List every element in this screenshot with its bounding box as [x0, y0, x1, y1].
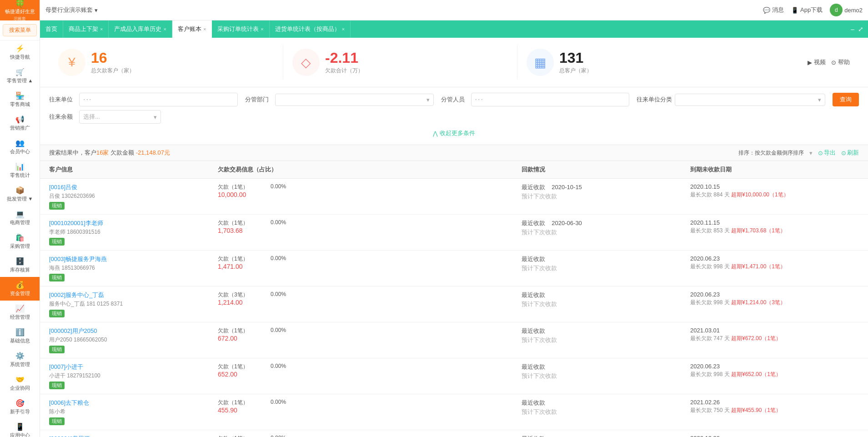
sidebar-item-qiyexietong[interactable]: 🤝 企业协同	[0, 372, 40, 395]
dept-filter-input[interactable]: ▾	[275, 94, 434, 106]
content-area: ¥ 16 总欠款客户（家） ◇ -2.11 欠款合计（万） ▦	[40, 38, 868, 437]
inventory-label: 库存核算	[10, 266, 30, 273]
message-icon: 💬	[763, 7, 770, 14]
recovery-cell: 最近收款 预计下次收款	[522, 255, 690, 272]
system-label: 系统管理	[10, 361, 30, 368]
customer-name-link[interactable]: [0001020001]李老师	[49, 220, 103, 226]
tab-product-onoff-close[interactable]: ×	[100, 26, 103, 32]
customer-name-link[interactable]: [0016]吕俊	[49, 184, 77, 191]
tab-home[interactable]: 首页	[40, 20, 63, 38]
overdue-days: 最长欠款 884 天 超期¥10,000.00（1笔）	[690, 191, 859, 199]
help-button[interactable]: ⊙ 帮助	[831, 58, 850, 66]
tab-product-onoff[interactable]: 商品上下架 ×	[63, 20, 109, 38]
tab-purchase-stats[interactable]: 采购订单统计表 ×	[212, 20, 269, 38]
sidebar-item-yingxiao[interactable]: 📢 营销推广	[0, 111, 40, 135]
retail-stat-icon: 📊	[15, 162, 25, 171]
finance-label: 资金管理	[10, 290, 30, 297]
overdue-link[interactable]: 超期¥1,703.68（1笔）	[731, 227, 786, 234]
dept-dropdown-icon: ▾	[426, 96, 430, 103]
person-filter-input[interactable]: ···	[471, 93, 630, 106]
balance-dropdown-icon: ▾	[154, 114, 157, 121]
tab-minimize-button[interactable]: –	[850, 25, 855, 34]
duedate-cell: 2020.06.23 最长欠款 998 天 超期¥652.00（1笔）	[690, 363, 859, 378]
customer-info-cell: [0002]服务中心_丁磊 服务中心_丁磊 181 0125 8371 现销	[49, 291, 218, 317]
video-help-buttons: ▶ 视频 ⊙ 帮助	[808, 58, 850, 66]
help-label: 帮助	[838, 58, 850, 66]
stat-card-overdue-customers: ¥ 16 总欠款客户（家）	[49, 45, 283, 80]
message-button[interactable]: 💬 消息	[763, 6, 784, 14]
recovery-cell: 最近收款 预计下次收款	[522, 435, 690, 437]
balance-filter-input[interactable]: 选择... ▾	[79, 110, 161, 124]
col-header-customer: 客户信息	[49, 166, 218, 174]
stat-info-total: 131 总客户（家）	[559, 50, 592, 75]
user-menu[interactable]: d demo2	[830, 4, 863, 16]
sidebar-item-caigou[interactable]: 🛍️ 采购管理	[0, 230, 40, 253]
customer-name-link[interactable]: [0006]去下粮仓	[49, 399, 89, 406]
customer-name-link[interactable]: [0007]小进干	[49, 363, 83, 370]
sidebar-item-kucun[interactable]: 🗄️ 库存核算	[0, 253, 40, 277]
app-download-button[interactable]: 📱 App下载	[791, 6, 823, 14]
company-select[interactable]: 母婴行业演示账套 ▾	[45, 6, 98, 14]
sidebar-item-xinshou[interactable]: 🎯 新手引导	[0, 395, 40, 419]
overdue-link[interactable]: 超期¥672.00（1笔）	[731, 335, 781, 342]
customer-name-link[interactable]: [000002]用户2050	[49, 327, 97, 334]
sidebar-item-lingshoutongji[interactable]: 📊 零售统计	[0, 159, 40, 182]
sidebar-item-pifa[interactable]: 📦 批发管理 ▼	[0, 182, 40, 206]
tab-production-history[interactable]: 产成品入库单历史 ×	[109, 20, 172, 38]
customer-name-link[interactable]: [0002]服务中心_丁磊	[49, 291, 104, 298]
recovery-cell: 最近收款 2020-06-30 预计下次收款	[522, 219, 690, 236]
collab-icon: 🤝	[15, 375, 25, 384]
quick-nav-label: 快捷导航	[10, 54, 30, 60]
debt-count: 欠款（1笔）	[218, 363, 263, 371]
overdue-link[interactable]: 超期¥1,214.00（3笔）	[731, 299, 786, 306]
header-left: 母婴行业演示账套 ▾	[45, 6, 98, 14]
inventory-icon: 🗄️	[15, 257, 25, 266]
customer-name-link[interactable]: [000001]黄思源	[49, 435, 90, 437]
export-button[interactable]: ⊙ 导出	[818, 149, 836, 157]
tab-production-history-close[interactable]: ×	[163, 26, 166, 32]
customer-contact: 服务中心_丁磊 181 0125 8371	[49, 300, 218, 308]
last-payment: 最近收款	[522, 327, 690, 335]
tab-purchase-product-stats[interactable]: 进货单统计表（按商品） ×	[270, 20, 351, 38]
overdue-link[interactable]: 超期¥1,471.00（1笔）	[731, 263, 786, 270]
debt-ratio: 0.00%	[271, 435, 286, 437]
sidebar-item-huiyuan[interactable]: 👥 会员中心	[0, 135, 40, 159]
debt-count: 欠款（1笔）	[218, 219, 263, 227]
category-filter-input[interactable]: ▾	[675, 94, 825, 106]
sidebar-item-yingyong[interactable]: 📱 应用中心	[0, 419, 40, 437]
stat-card-total-customers: ▦ 131 总客户（家） ▶ 视频 ⊙ 帮助	[517, 45, 859, 80]
debt-amount: 672.00	[218, 335, 263, 342]
sidebar-item-lingshou[interactable]: 🛒 零售管理 ▲	[0, 64, 40, 88]
refresh-button[interactable]: ⊙ 刷新	[841, 149, 859, 157]
overdue-link[interactable]: 超期¥455.90（1笔）	[731, 407, 781, 413]
overdue-link[interactable]: 超期¥652.00（1笔）	[731, 371, 781, 377]
video-button[interactable]: ▶ 视频	[808, 58, 826, 66]
search-menu-button[interactable]: 搜索菜单	[3, 24, 37, 36]
sidebar-item-kuaijie[interactable]: ⚡ 快捷导航	[0, 40, 40, 64]
username: demo2	[844, 7, 863, 14]
search-button[interactable]: 查询	[833, 93, 859, 106]
tab-home-label: 首页	[45, 25, 57, 33]
customer-name-link[interactable]: [0003]畅捷服务尹海燕	[49, 256, 107, 262]
sidebar-item-jichu[interactable]: ℹ️ 基础信息	[0, 324, 40, 348]
customer-contact: 海燕 18513066976	[49, 264, 218, 272]
unit-filter-input[interactable]: ···	[79, 93, 238, 106]
sidebar-item-jingying[interactable]: 📈 经营管理	[0, 301, 40, 324]
tab-purchase-product-stats-close[interactable]: ×	[342, 26, 345, 32]
tab-maximize-button[interactable]: ⤢	[857, 25, 864, 34]
collab-label: 企业协同	[10, 385, 30, 392]
sort-label: 排序：按欠款金额倒序排序	[738, 149, 804, 157]
tab-customer-account-close[interactable]: ×	[203, 26, 206, 32]
debt-count: 欠款（1笔）	[218, 399, 263, 407]
tab-customer-account[interactable]: 客户账本 ×	[172, 20, 212, 38]
sidebar-navigation: ⚡ 快捷导航 🛒 零售管理 ▲ 🏪 零售商城 📢 营销推广 👥 会员中心 📊	[0, 40, 40, 437]
table-row: [0007]小进干 小进干 18279152100 现销 欠款（1笔） 652.…	[40, 358, 868, 394]
tab-purchase-stats-close[interactable]: ×	[261, 26, 263, 32]
sidebar-item-xitong[interactable]: ⚙️ 系统管理	[0, 348, 40, 372]
collapse-filters-button[interactable]: ⋀ 收起更多条件	[49, 127, 859, 139]
category-dropdown-icon: ▾	[818, 96, 821, 103]
overdue-link[interactable]: 超期¥10,000.00（1笔）	[731, 191, 789, 198]
sidebar-item-zijin[interactable]: 💰 资金管理	[0, 277, 40, 301]
sidebar-item-dianshang[interactable]: 💻 电商管理	[0, 206, 40, 230]
sidebar-item-lingshoushangcheng[interactable]: 🏪 零售商城	[0, 88, 40, 111]
